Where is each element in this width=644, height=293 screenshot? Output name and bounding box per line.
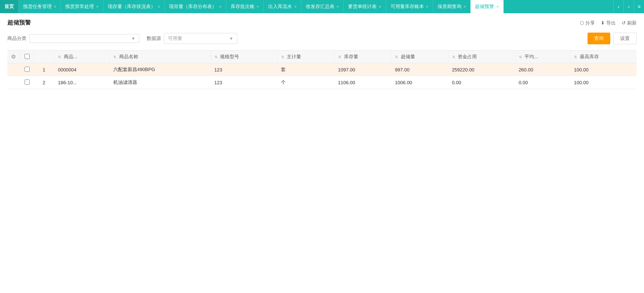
- nav-item-batch-ledger[interactable]: 库存批次账 ×: [226, 0, 264, 13]
- row-avg-1: 0.00: [515, 76, 570, 89]
- settings-button[interactable]: 设置: [613, 33, 637, 44]
- col-product-name: ⇅ 商品名称: [110, 51, 211, 63]
- row-stock-0: 1097.00: [334, 63, 391, 76]
- nav-label-task-mgmt: 拣货任务管理: [23, 3, 52, 10]
- row-checkbox-cell: [21, 76, 34, 89]
- row-unit-1: 个: [277, 76, 334, 89]
- col-gear: ⚙: [7, 51, 21, 63]
- nav-more-btn[interactable]: ≡: [634, 0, 644, 13]
- nav-item-stock-status[interactable]: 现存量（库存状况表） ×: [103, 0, 165, 13]
- row-spec-1: 123: [211, 76, 277, 89]
- table-body: 1 0000004 六配套新昌490BPG 123 套 1097.00 997.…: [7, 63, 637, 89]
- row-checkbox-0[interactable]: [25, 67, 30, 72]
- export-label: 导出: [606, 20, 616, 26]
- nav-item-task-mgmt[interactable]: 拣货任务管理 ×: [19, 0, 61, 13]
- sort-icon-stock[interactable]: ⇅: [338, 55, 341, 59]
- export-icon: ⬇: [601, 20, 605, 26]
- datasource-filter: 数据源 可用量 ▼: [147, 33, 237, 44]
- nav-label-stock-status: 现存量（库存状况表）: [108, 3, 155, 10]
- row-gear: [7, 76, 21, 89]
- datasource-select[interactable]: 可用量 ▼: [164, 33, 237, 44]
- sort-icon-code[interactable]: ⇅: [58, 55, 61, 59]
- nav-label-order-stat: 要货单统计表: [348, 3, 377, 10]
- row-max-stock-0: 100.00: [570, 63, 637, 76]
- nav-label-abnormal: 拣货异常处理: [65, 3, 94, 10]
- datasource-label: 数据源: [147, 35, 161, 42]
- nav-close-abnormal[interactable]: ×: [96, 4, 98, 9]
- nav-close-quality-check[interactable]: ×: [464, 4, 466, 9]
- main-content: 超储预警 ⬡ 分享 ⬇ 导出 ↺ 刷新 商品分类 ▼ 数据源: [0, 13, 644, 293]
- col-overstock: ⇅ 超储量: [391, 51, 448, 63]
- share-button[interactable]: ⬡ 分享: [580, 20, 595, 26]
- page-header: 超储预警 ⬡ 分享 ⬇ 导出 ↺ 刷新: [7, 19, 637, 27]
- category-select[interactable]: ▼: [29, 34, 139, 43]
- col-product-code: ⇅ 商品...: [54, 51, 110, 63]
- filter-row: 商品分类 ▼ 数据源 可用量 ▼ 查询 设置: [7, 33, 637, 44]
- nav-item-overstock-warn[interactable]: 超储预警 ×: [471, 0, 503, 13]
- nav-label-batch-ledger: 库存批次账: [231, 3, 255, 10]
- share-icon: ⬡: [580, 20, 584, 26]
- row-overstock-0: 997.00: [391, 63, 448, 76]
- nav-close-stock-status[interactable]: ×: [158, 4, 160, 9]
- nav-item-abnormal[interactable]: 拣货异常处理 ×: [61, 0, 103, 13]
- nav-close-order-stat[interactable]: ×: [379, 4, 381, 9]
- col-unit: ⇅ 主计量: [277, 51, 334, 63]
- nav-close-inout-flow[interactable]: ×: [294, 4, 296, 9]
- nav-close-overstock-warn[interactable]: ×: [496, 4, 498, 9]
- row-num-1: 2: [34, 76, 54, 89]
- table-row: 1 0000004 六配套新昌490BPG 123 套 1097.00 997.…: [7, 63, 637, 76]
- row-max-stock-1: 100.00: [570, 76, 637, 89]
- sort-icon-capital[interactable]: ⇅: [452, 55, 455, 59]
- nav-item-stock-dist[interactable]: 现存量（库存分布表） ×: [165, 0, 226, 13]
- col-checkbox-header: [21, 51, 34, 63]
- refresh-button[interactable]: ↺ 刷新: [622, 20, 637, 26]
- nav-item-order-stat[interactable]: 要货单统计表 ×: [344, 0, 386, 13]
- nav-label-recv-send: 收发存汇总表: [306, 3, 334, 10]
- share-label: 分享: [585, 20, 595, 26]
- sort-icon-name[interactable]: ⇅: [113, 55, 116, 59]
- query-button[interactable]: 查询: [588, 33, 610, 44]
- data-table: ⚙ ⇅ 商品... ⇅ 商品名称 ⇅ 规格型号: [7, 50, 637, 89]
- nav-arrows: ‹ › ≡: [613, 0, 644, 13]
- nav-more-icon: ≡: [637, 4, 640, 10]
- nav-item-recv-send[interactable]: 收发存汇总表 ×: [301, 0, 344, 13]
- nav-item-home[interactable]: 首页: [0, 0, 19, 13]
- sort-icon-unit[interactable]: ⇅: [281, 55, 284, 59]
- row-product-name-0: 六配套新昌490BPG: [110, 63, 211, 76]
- row-checkbox-cell: [21, 63, 34, 76]
- export-button[interactable]: ⬇ 导出: [601, 20, 616, 26]
- nav-label-stock-dist: 现存量（库存分布表）: [169, 3, 217, 10]
- row-num-0: 1: [34, 63, 54, 76]
- row-checkbox-1[interactable]: [25, 79, 30, 85]
- nav-close-recv-send[interactable]: ×: [337, 4, 339, 9]
- row-stock-1: 1106.00: [334, 76, 391, 89]
- nav-item-quality-check[interactable]: 保质期查询 ×: [433, 0, 471, 13]
- nav-item-inout-flow[interactable]: 出入库流水 ×: [264, 0, 301, 13]
- datasource-chevron-icon: ▼: [229, 36, 233, 41]
- nav-close-avail-ledger[interactable]: ×: [426, 4, 428, 9]
- nav-close-batch-ledger[interactable]: ×: [257, 4, 259, 9]
- nav-close-stock-dist[interactable]: ×: [219, 4, 221, 9]
- category-chevron-icon: ▼: [131, 36, 135, 41]
- sort-icon-overstock[interactable]: ⇅: [395, 55, 398, 59]
- nav-next-btn[interactable]: ›: [623, 0, 634, 13]
- row-spec-0: 123: [211, 63, 277, 76]
- sort-icon-max-stock[interactable]: ⇅: [574, 55, 577, 59]
- sort-icon-spec[interactable]: ⇅: [215, 55, 217, 59]
- select-all-checkbox[interactable]: [25, 54, 30, 59]
- nav-label-overstock-warn: 超储预警: [475, 3, 494, 10]
- row-capital-0: 259220.00: [448, 63, 515, 76]
- sort-icon-avg[interactable]: ⇅: [519, 55, 522, 59]
- col-capital: ⇅ 资金占用: [448, 51, 515, 63]
- gear-icon[interactable]: ⚙: [11, 53, 16, 60]
- category-filter: 商品分类 ▼: [7, 34, 139, 43]
- datasource-value: 可用量: [168, 35, 182, 42]
- nav-label-home: 首页: [4, 3, 14, 10]
- row-product-code-0: 0000004: [54, 63, 110, 76]
- refresh-label: 刷新: [627, 20, 637, 26]
- row-capital-1: 0.00: [448, 76, 515, 89]
- nav-label-quality-check: 保质期查询: [438, 3, 461, 10]
- nav-prev-btn[interactable]: ‹: [613, 0, 623, 13]
- nav-close-task-mgmt[interactable]: ×: [54, 4, 56, 9]
- nav-item-avail-ledger[interactable]: 可用量库存账本 ×: [386, 0, 433, 13]
